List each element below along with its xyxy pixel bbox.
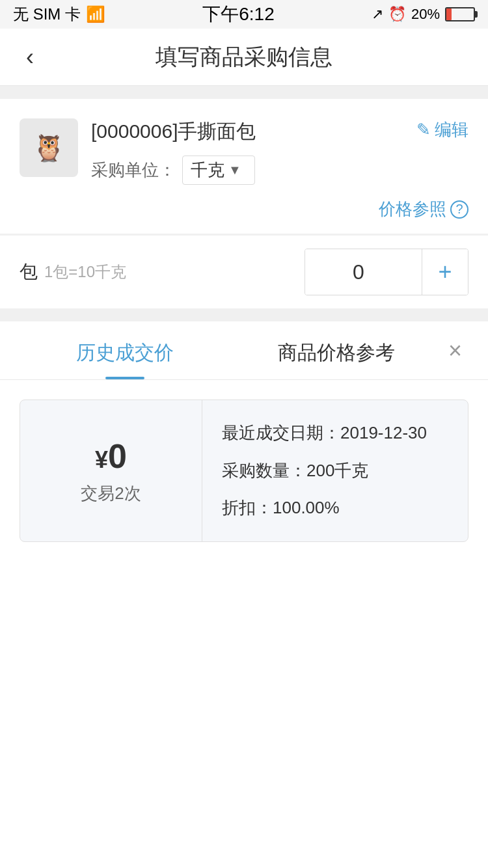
tab-history-price[interactable]: 历史成交价 bbox=[20, 321, 230, 379]
history-content: ¥0 交易2次 最近成交日期：2019-12-30 采购数量：200千克 折扣：… bbox=[0, 380, 488, 562]
page-title: 填写商品采购信息 bbox=[156, 42, 332, 72]
price-ref-row: 价格参照 ? bbox=[20, 198, 468, 221]
sim-status: 无 SIM 卡 bbox=[13, 4, 81, 25]
price-ref-info-icon[interactable]: ? bbox=[450, 200, 468, 219]
product-unit-row: 采购单位： 千克 ▼ bbox=[91, 156, 416, 185]
location-icon: ↗ bbox=[372, 6, 383, 23]
tab-bar: 历史成交价 商品价格参考 × bbox=[0, 321, 488, 380]
product-name: [0000006]手撕面包 bbox=[91, 118, 416, 145]
battery-fill bbox=[446, 8, 452, 20]
tab-history-label: 历史成交价 bbox=[76, 342, 174, 363]
currency-symbol: ¥ bbox=[95, 446, 108, 473]
battery-icon bbox=[445, 7, 475, 21]
recent-date-row: 最近成交日期：2019-12-30 bbox=[222, 420, 448, 447]
qty-value: 200千克 bbox=[306, 461, 368, 480]
pkg-note: 1包=10千克 bbox=[44, 262, 126, 282]
alarm-icon: ⏰ bbox=[388, 6, 406, 23]
discount-value: 100.00% bbox=[273, 498, 340, 517]
product-thumbnail: 🦉 bbox=[20, 118, 78, 177]
back-icon: ‹ bbox=[26, 44, 34, 70]
discount-row: 折扣：100.00% bbox=[222, 495, 448, 522]
bottom-space bbox=[0, 562, 488, 868]
edit-button[interactable]: ✎ 编辑 bbox=[416, 118, 468, 141]
product-info: [0000006]手撕面包 采购单位： 千克 ▼ bbox=[91, 118, 416, 185]
edit-icon: ✎ bbox=[416, 120, 431, 140]
tab-section: 历史成交价 商品价格参考 × ¥0 交易2次 最近成交日期：2019-12-30… bbox=[0, 321, 488, 562]
battery-percent: 20% bbox=[411, 6, 440, 23]
price-ref-label[interactable]: 价格参照 bbox=[379, 198, 446, 221]
qty-label: 采购数量： bbox=[222, 461, 306, 480]
recent-date-value: 2019-12-30 bbox=[340, 423, 427, 442]
product-left: 🦉 [0000006]手撕面包 采购单位： 千克 ▼ bbox=[20, 118, 416, 185]
status-left: 无 SIM 卡 📶 bbox=[13, 4, 105, 25]
price-card-left: ¥0 交易2次 bbox=[20, 400, 202, 541]
product-section: 🦉 [0000006]手撕面包 采购单位： 千克 ▼ ✎ 编辑 价格参照 ? bbox=[0, 99, 488, 234]
wifi-icon: 📶 bbox=[86, 5, 105, 23]
recent-date-label: 最近成交日期： bbox=[222, 423, 340, 442]
price-card-right: 最近成交日期：2019-12-30 采购数量：200千克 折扣：100.00% bbox=[202, 400, 468, 541]
status-time: 下午6:12 bbox=[202, 2, 275, 27]
tab-price-ref-label: 商品价格参考 bbox=[278, 342, 395, 363]
nav-header: ‹ 填写商品采购信息 bbox=[0, 29, 488, 86]
unit-label: 采购单位： bbox=[91, 159, 176, 182]
status-right: ↗ ⏰ 20% bbox=[372, 6, 475, 23]
unit-value: 千克 bbox=[191, 159, 224, 182]
quantity-control: + bbox=[305, 249, 468, 295]
discount-label: 折扣： bbox=[222, 498, 273, 517]
status-bar: 无 SIM 卡 📶 下午6:12 ↗ ⏰ 20% bbox=[0, 0, 488, 29]
unit-select[interactable]: 千克 ▼ bbox=[182, 156, 255, 185]
product-header: 🦉 [0000006]手撕面包 采购单位： 千克 ▼ ✎ 编辑 bbox=[20, 118, 468, 185]
quantity-label: 包 1包=10千克 bbox=[20, 260, 126, 284]
edit-label: 编辑 bbox=[435, 118, 468, 141]
qty-row: 采购数量：200千克 bbox=[222, 457, 448, 485]
quantity-plus-button[interactable]: + bbox=[422, 249, 468, 295]
tab-close-button[interactable]: × bbox=[442, 331, 468, 371]
pkg-badge: 包 bbox=[20, 260, 38, 284]
dropdown-arrow-icon: ▼ bbox=[228, 163, 241, 178]
price-value: 0 bbox=[108, 437, 127, 475]
price-card: ¥0 交易2次 最近成交日期：2019-12-30 采购数量：200千克 折扣：… bbox=[20, 400, 468, 542]
owl-icon: 🦉 bbox=[33, 133, 65, 163]
quantity-input[interactable] bbox=[305, 249, 422, 295]
back-button[interactable]: ‹ bbox=[20, 37, 40, 77]
price-trades: 交易2次 bbox=[81, 482, 141, 505]
quantity-section: 包 1包=10千克 + bbox=[0, 235, 488, 308]
tab-price-ref[interactable]: 商品价格参考 bbox=[230, 321, 441, 379]
price-amount: ¥0 bbox=[95, 437, 127, 476]
